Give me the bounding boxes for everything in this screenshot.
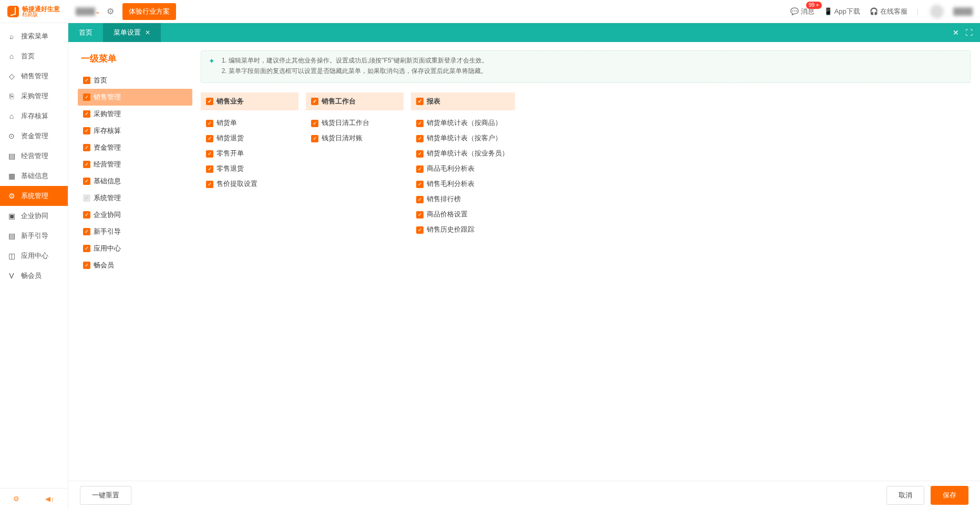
checkbox[interactable] [83, 127, 90, 134]
leftnav-item[interactable]: ⌕搜索菜单 [0, 26, 68, 46]
leftnav-item[interactable]: ⎘采购管理 [0, 86, 68, 106]
menu-group-header[interactable]: 报表 [411, 92, 515, 110]
tab[interactable]: 首页 [68, 23, 103, 42]
leftnav-item[interactable]: ▤经营管理 [0, 146, 68, 166]
menu-group-item-label: 商品价格设置 [427, 210, 468, 219]
first-menu-item[interactable]: 经营管理 [78, 156, 192, 173]
first-menu-item[interactable]: 首页 [78, 72, 192, 89]
first-menu-item[interactable]: 应用中心 [78, 240, 192, 257]
menu-group-header[interactable]: 销售工作台 [306, 92, 404, 110]
first-menu-item[interactable]: 企业协同 [78, 206, 192, 223]
settings-icon[interactable]: ⚙ [107, 6, 114, 16]
fullscreen-icon[interactable]: ⛶ [965, 28, 973, 37]
trial-plan-button[interactable]: 体验行业方案 [122, 3, 176, 20]
checkbox[interactable] [416, 135, 424, 142]
checkbox[interactable] [206, 98, 213, 105]
menu-group-item[interactable]: 钱货日清工作台 [311, 116, 398, 131]
checkbox[interactable] [206, 165, 213, 173]
leftnav-item[interactable]: V畅会员 [0, 266, 68, 286]
checkbox[interactable] [416, 181, 424, 188]
menu-group-item-label: 销货退货 [216, 134, 244, 143]
checkbox[interactable] [83, 178, 90, 185]
reset-button[interactable]: 一键重置 [80, 486, 131, 505]
checkbox[interactable] [416, 211, 424, 219]
tab[interactable]: 菜单设置✕ [103, 23, 161, 42]
menu-group-item[interactable]: 零售开单 [206, 146, 293, 161]
checkbox[interactable] [83, 228, 90, 235]
first-menu-item[interactable]: 系统管理 [78, 190, 192, 206]
app-download-link[interactable]: 📱 App下载 [824, 7, 860, 16]
nav-settings-icon[interactable]: ⚙ [13, 495, 19, 503]
checkbox[interactable] [206, 120, 213, 127]
notice-line-2: 菜单字段前面的复选框可以设置是否隐藏此菜单，如果取消勾选，保存设置后此菜单将隐藏… [229, 67, 488, 76]
checkbox[interactable] [83, 94, 90, 101]
first-menu-item[interactable]: 销售管理 [78, 89, 192, 106]
checkbox[interactable] [83, 77, 90, 84]
menu-group-item[interactable]: 销售毛利分析表 [416, 176, 510, 192]
leftnav-item[interactable]: ▦基础信息 [0, 166, 68, 186]
menu-group-item[interactable]: 售价提取设置 [206, 176, 293, 192]
menu-group-header[interactable]: 销售业务 [201, 92, 298, 110]
menu-group-title: 销售工作台 [322, 97, 356, 106]
menu-group-item[interactable]: 商品价格设置 [416, 207, 510, 222]
checkbox[interactable] [311, 120, 318, 127]
checkbox[interactable] [206, 181, 213, 188]
checkbox[interactable] [83, 211, 90, 219]
menu-group-item[interactable]: 零售退货 [206, 161, 293, 176]
first-menu-item[interactable]: 畅会员 [78, 257, 192, 274]
first-menu-item[interactable]: 新手引导 [78, 223, 192, 240]
checkbox[interactable] [416, 165, 424, 173]
notice-line-1: 编辑菜单时，建议停止其他业务操作。设置成功后,须按"F5"键刷新页面或重新登录才… [229, 56, 488, 65]
tab-close-all-icon[interactable]: ✕ [953, 28, 959, 37]
checkbox[interactable] [83, 144, 90, 151]
logo[interactable]: 畅捷通好生意 精易版 [7, 6, 68, 17]
checkbox[interactable] [206, 135, 213, 142]
checkbox[interactable] [83, 110, 90, 118]
leftnav-item[interactable]: ⌂库存核算 [0, 106, 68, 126]
leftnav-item[interactable]: ▣企业协同 [0, 206, 68, 226]
cancel-button[interactable]: 取消 [886, 486, 924, 505]
leftnav-item[interactable]: ⌂首页 [0, 46, 68, 66]
first-menu-item[interactable]: 基础信息 [78, 173, 192, 190]
leftnav-icon: ▦ [7, 172, 16, 180]
first-menu-item[interactable]: 资金管理 [78, 139, 192, 156]
leftnav-item[interactable]: ⚙系统管理 [0, 186, 68, 206]
avatar[interactable] [930, 5, 944, 18]
checkbox[interactable] [83, 161, 90, 168]
menu-group-item[interactable]: 销货单 [206, 116, 293, 131]
close-icon[interactable]: ✕ [145, 29, 150, 36]
leftnav-item[interactable]: ▤新手引导 [0, 226, 68, 246]
checkbox[interactable] [416, 150, 424, 158]
first-menu-item[interactable]: 库存核算 [78, 122, 192, 139]
menu-group-item[interactable]: 销售排行榜 [416, 192, 510, 207]
company-selector[interactable]: ████ [76, 7, 95, 15]
leftnav-item[interactable]: ◫应用中心 [0, 246, 68, 266]
leftnav-item[interactable]: ◇销售管理 [0, 66, 68, 86]
checkbox[interactable] [416, 226, 424, 234]
checkbox[interactable] [416, 196, 424, 203]
first-menu-item[interactable]: 采购管理 [78, 106, 192, 122]
checkbox[interactable] [416, 120, 424, 127]
chevron-down-icon[interactable]: ⌄ [95, 8, 100, 15]
checkbox[interactable] [311, 135, 318, 142]
menu-group-item[interactable]: 销货单统计表（按业务员） [416, 146, 510, 161]
menu-group-item[interactable]: 销售历史价跟踪 [416, 222, 510, 237]
support-link[interactable]: 🎧 在线客服 [870, 7, 907, 16]
menu-group-item[interactable]: 销货退货 [206, 131, 293, 146]
checkbox[interactable] [416, 98, 424, 105]
menu-group-item[interactable]: 商品毛利分析表 [416, 161, 510, 176]
menu-group-item[interactable]: 销货单统计表（按客户） [416, 131, 510, 146]
leftnav-label: 应用中心 [21, 251, 48, 261]
leftnav-item[interactable]: ⊙资金管理 [0, 126, 68, 146]
checkbox[interactable] [311, 98, 318, 105]
menu-group-item[interactable]: 销货单统计表（按商品） [416, 116, 510, 131]
username[interactable]: ████ [953, 7, 973, 15]
checkbox[interactable] [83, 245, 90, 252]
nav-collapse-icon[interactable]: ◀❘ [45, 495, 55, 503]
leftnav-icon: ▤ [7, 152, 16, 160]
menu-group-item[interactable]: 钱货日清对账 [311, 131, 398, 146]
messages-link[interactable]: 💬 消息 99 + [790, 7, 814, 16]
save-button[interactable]: 保存 [931, 486, 968, 505]
checkbox[interactable] [206, 150, 213, 158]
checkbox[interactable] [83, 262, 90, 269]
